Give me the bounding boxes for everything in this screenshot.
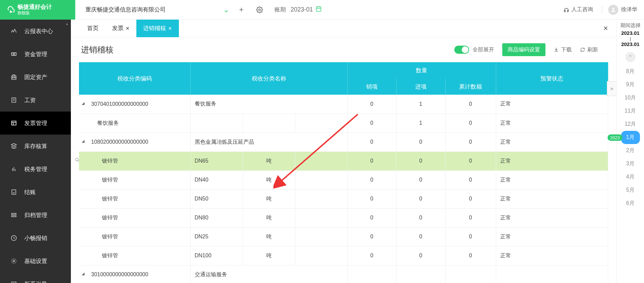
month-item[interactable]: 2月 <box>617 144 644 157</box>
tab-1[interactable]: 发票✕ <box>105 20 136 37</box>
row-name: 餐饮服务 <box>190 95 347 114</box>
expand-caret-icon[interactable]: ◢ <box>82 139 84 143</box>
support-link[interactable]: 人工咨询 <box>563 6 593 13</box>
row-out: 0 <box>347 133 396 151</box>
sidebar-item-8[interactable]: 归档管理 <box>0 204 71 227</box>
sidebar-item-label: 库存核算 <box>24 142 47 150</box>
row-out: 0 <box>347 246 396 265</box>
svg-rect-17 <box>11 213 16 214</box>
tab-2[interactable]: 进销稽核✕ <box>136 20 179 37</box>
row-unit: 吨 <box>243 170 295 189</box>
tab-label: 首页 <box>87 24 99 32</box>
month-item[interactable]: 1月2023 <box>621 131 640 144</box>
table-row[interactable]: ◢1080200000000000000黑色金属冶炼及压延产品000正常 <box>79 133 608 151</box>
cloud-icon <box>6 5 16 15</box>
month-item[interactable]: 3月 <box>617 157 644 170</box>
sidebar-item-11[interactable]: 新手引导 <box>0 273 71 283</box>
row-code: 3070401000000000000 <box>91 101 148 107</box>
download-label: 下载 <box>561 46 572 53</box>
svg-line-24 <box>78 160 79 161</box>
row-cum: 0 <box>445 151 496 170</box>
sidebar-item-4[interactable]: 发票管理 <box>0 112 71 135</box>
month-item[interactable]: 9月 <box>617 78 644 91</box>
month-item[interactable]: 12月 <box>617 118 644 131</box>
month-item[interactable]: 4月 <box>617 170 644 184</box>
tab-label: 发票 <box>112 24 124 32</box>
company-selector[interactable]: 重庆畅捷交通信息咨询有限公司 ⌄ <box>85 5 229 14</box>
sidebar-item-label: 结账 <box>24 188 36 196</box>
table-row[interactable]: 镀锌管DN100吨000正常 <box>79 246 608 265</box>
sidebar-scroll-up[interactable]: ▲ <box>65 22 69 26</box>
add-button[interactable]: + <box>235 4 247 16</box>
tab-label: 进销稽核 <box>143 24 166 32</box>
sidebar-item-9[interactable]: 小畅报销 <box>0 227 71 250</box>
row-spec: DN25 <box>190 227 243 246</box>
table-row[interactable]: 镀锌管DN65吨000正常 <box>79 151 608 170</box>
sidebar-icon <box>9 189 18 195</box>
sidebar-item-label: 基础设置 <box>24 257 47 265</box>
sidebar-item-3[interactable]: 工资 <box>0 89 71 112</box>
table-row[interactable]: 镀锌管DN40吨000正常 <box>79 170 608 189</box>
svg-point-5 <box>612 8 614 10</box>
month-item[interactable]: 10月 <box>617 91 644 104</box>
row-in: 0 <box>396 208 445 227</box>
row-blank <box>295 208 347 227</box>
sidebar-item-6[interactable]: 税务管理 <box>0 158 71 181</box>
svg-point-20 <box>13 260 15 262</box>
month-item[interactable]: 8月 <box>617 65 644 78</box>
tab-0[interactable]: 首页 <box>80 20 105 37</box>
sidebar-icon <box>9 212 18 218</box>
sidebar-item-2[interactable]: 固定资产 <box>0 66 71 89</box>
table-row[interactable]: 镀锌管DN80吨000正常 <box>79 208 608 227</box>
tab-close-icon[interactable]: ✕ <box>126 26 130 31</box>
th-cum: 累计数额 <box>445 78 496 95</box>
sidebar-item-10[interactable]: 基础设置 <box>0 250 71 273</box>
month-item[interactable]: 6月 <box>617 197 644 210</box>
table-row[interactable]: ◢3070401000000000000餐饮服务010正常 <box>79 95 608 114</box>
sidebar-item-label: 税务管理 <box>24 165 47 173</box>
expand-caret-icon[interactable]: ◢ <box>82 101 84 105</box>
table-row[interactable]: 镀锌管DN25吨000正常 <box>79 227 608 246</box>
sidebar-item-1[interactable]: 资金管理 <box>0 43 71 66</box>
calendar-button[interactable] <box>316 6 322 14</box>
panel-opener[interactable]: » <box>607 81 616 96</box>
row-unit: 吨 <box>243 246 295 265</box>
settings-button[interactable] <box>253 4 266 16</box>
sidebar-item-label: 发票管理 <box>24 119 47 127</box>
close-all-tabs[interactable]: ✕ <box>603 25 608 32</box>
tabs-row: 首页发票✕进销稽核✕ ✕ <box>71 20 616 37</box>
th-status: 预警状态 <box>496 62 608 95</box>
period-value: 2023-01 <box>291 6 313 13</box>
svg-point-23 <box>76 158 78 161</box>
sidebar-item-label: 小畅报销 <box>24 234 47 242</box>
row-blank <box>295 170 347 189</box>
sidebar-icon <box>9 143 18 149</box>
period-scroll-up[interactable]: ⌃ <box>625 52 636 62</box>
expand-caret-icon[interactable]: ◢ <box>82 272 84 276</box>
sidebar-item-7[interactable]: 结账 <box>0 181 71 204</box>
page-title: 进销稽核 <box>81 44 113 55</box>
svg-rect-16 <box>12 190 16 194</box>
table-row[interactable]: ◢3010000000000000000交通运输服务 <box>79 265 608 283</box>
sidebar-item-5[interactable]: 库存核算 <box>0 135 71 158</box>
table-wrap: 税收分类编码 税收分类名称 数量 预警状态 销项 进项 累计数额 ◢307040… <box>71 62 616 283</box>
month-item[interactable]: 11月 <box>617 104 644 118</box>
refresh-icon <box>580 47 585 52</box>
code-config-button[interactable]: 商品编码设置 <box>502 43 545 56</box>
table-row[interactable]: 餐饮服务010正常 <box>79 114 608 133</box>
header-bar: 畅捷通好会计 旗舰版 重庆畅捷交通信息咨询有限公司 ⌄ + 账期 2023-01… <box>0 0 644 20</box>
sidebar-item-0[interactable]: 云报表中心 <box>0 20 71 43</box>
refresh-button[interactable]: 刷新 <box>580 46 598 53</box>
row-spec: DN80 <box>190 208 243 227</box>
row-code: 镀锌管 <box>83 158 186 165</box>
tab-close-icon[interactable]: ✕ <box>168 26 172 31</box>
month-item[interactable]: 5月 <box>617 184 644 197</box>
search-icon[interactable] <box>75 158 80 163</box>
user-menu[interactable]: 徐泽华 <box>608 5 637 15</box>
expand-all-toggle[interactable] <box>454 46 469 54</box>
table-row[interactable]: 镀锌管DN50吨000正常 <box>79 189 608 208</box>
row-name: 交通运输服务 <box>190 265 347 283</box>
download-button[interactable]: 下载 <box>554 46 572 53</box>
chevron-down-icon: ⌄ <box>223 5 229 14</box>
row-in: 0 <box>396 246 445 265</box>
